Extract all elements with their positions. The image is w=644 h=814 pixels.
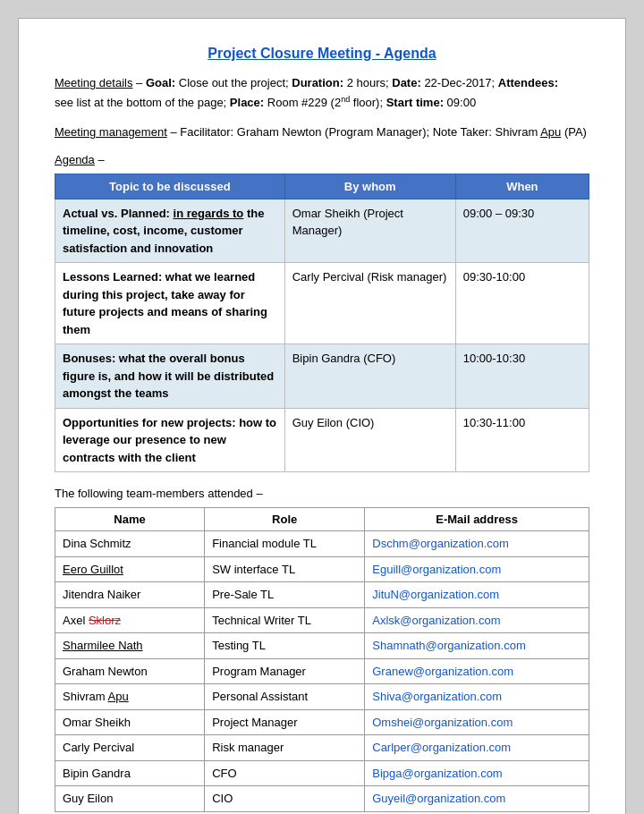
table-row: Guy Eilon CIO Guyeil@organization.com xyxy=(55,786,589,812)
att-name: Dina Schmitz xyxy=(55,531,205,557)
table-row: Omar Sheikh Project Manager Omshei@organ… xyxy=(55,709,589,735)
attendees-label: Attendees: xyxy=(498,76,558,89)
att-role: SW interface TL xyxy=(205,556,365,582)
att-email: Omshei@organization.com xyxy=(365,709,589,735)
att-email: Carlper@organization.com xyxy=(365,735,589,761)
duration-label: Duration: xyxy=(292,76,343,89)
att-role: Testing TL xyxy=(205,633,365,659)
table-row: Dina Schmitz Financial module TL Dschm@o… xyxy=(55,531,589,557)
att-name: Guy Eilon xyxy=(55,786,205,812)
table-row: Jitendra Naiker Pre-Sale TL JituN@organi… xyxy=(55,582,589,608)
table-row: Actual vs. Planned: in regards to the ti… xyxy=(55,199,589,263)
attendees-table: Name Role E-Mail address Dina Schmitz Fi… xyxy=(55,507,589,812)
start-value: 09:00 xyxy=(447,96,477,109)
table-row: Sharmilee Nath Testing TL Shamnath@organ… xyxy=(55,633,589,659)
table-row: Opportunities for new projects: how to l… xyxy=(55,408,589,472)
att-email: Shiva@organization.com xyxy=(365,684,589,710)
agenda-topic-2: Lessons Learned: what we learned during … xyxy=(55,263,285,344)
att-role: CIO xyxy=(205,786,365,812)
agenda-col-when: When xyxy=(455,174,589,199)
att-name: Carly Percival xyxy=(55,735,205,761)
agenda-col-bywhom: By whom xyxy=(284,174,455,199)
table-row: Lessons Learned: what we learned during … xyxy=(55,263,589,344)
agenda-topic-4: Opportunities for new projects: how to l… xyxy=(55,408,285,472)
att-email: Eguill@organization.com xyxy=(365,556,589,582)
att-role: Technical Writer TL xyxy=(205,607,365,633)
start-label: Start time: xyxy=(386,96,444,109)
att-role: CFO xyxy=(205,760,365,786)
page-title: Project Closure Meeting - Agenda xyxy=(55,46,589,62)
att-role: Project Manager xyxy=(205,709,365,735)
att-role: Risk manager xyxy=(205,735,365,761)
att-email: Axlsk@organization.com xyxy=(365,607,589,633)
meeting-management-value: – Facilitator: Graham Newton (Program Ma… xyxy=(170,125,587,139)
table-row: Axel Sklorz Technical Writer TL Axlsk@or… xyxy=(55,607,589,633)
att-role: Pre-Sale TL xyxy=(205,582,365,608)
att-col-email: E-Mail address xyxy=(365,508,589,531)
att-name: Bipin Gandra xyxy=(55,760,205,786)
attendees-intro: The following team-members attended – xyxy=(55,487,589,500)
agenda-topic-3: Bonuses: what the overall bonus figure i… xyxy=(55,344,285,409)
agenda-col-topic: Topic to be discussed xyxy=(55,174,285,199)
goal-label: Goal: xyxy=(146,76,175,89)
place-label: Place: xyxy=(230,96,264,109)
att-name: Graham Newton xyxy=(55,658,205,684)
agenda-when-3: 10:00-10:30 xyxy=(455,344,589,409)
att-role: Program Manager xyxy=(205,658,365,684)
agenda-table: Topic to be discussed By whom When Actua… xyxy=(55,174,589,473)
agenda-label: Agenda – xyxy=(55,153,589,166)
meeting-details-label: Meeting details xyxy=(55,76,132,89)
agenda-when-1: 09:00 – 09:30 xyxy=(455,199,589,263)
date-value: 22-Dec-2017; xyxy=(424,76,497,89)
att-name: Axel Sklorz xyxy=(55,607,205,633)
attendees-value: see list at the bottom of the page; xyxy=(55,96,230,109)
duration-value: 2 hours; xyxy=(347,76,393,89)
att-col-name: Name xyxy=(55,508,205,531)
agenda-bywhom-1: Omar Sheikh (Project Manager) xyxy=(284,199,455,263)
table-row: Carly Percival Risk manager Carlper@orga… xyxy=(55,735,589,761)
agenda-bywhom-3: Bipin Gandra (CFO) xyxy=(284,344,455,409)
att-name: Omar Sheikh xyxy=(55,709,205,735)
table-row: Shivram Apu Personal Assistant Shiva@org… xyxy=(55,684,589,710)
meeting-management: Meeting management – Facilitator: Graham… xyxy=(55,123,589,142)
att-role: Financial module TL xyxy=(205,531,365,557)
att-email: Shamnath@organization.com xyxy=(365,633,589,659)
agenda-dash: – xyxy=(97,153,104,166)
meeting-management-label: Meeting management xyxy=(55,125,167,139)
agenda-section-label: Agenda xyxy=(55,153,95,166)
dash-1: – xyxy=(136,76,146,89)
table-row: Bonuses: what the overall bonus figure i… xyxy=(55,344,589,409)
table-row: Graham Newton Program Manager Granew@org… xyxy=(55,658,589,684)
att-name: Eero Guillot xyxy=(55,556,205,582)
att-email: Granew@organization.com xyxy=(365,658,589,684)
att-email: JituN@organization.com xyxy=(365,582,589,608)
table-row: Eero Guillot SW interface TL Eguill@orga… xyxy=(55,556,589,582)
table-row: Bipin Gandra CFO Bipga@organization.com xyxy=(55,760,589,786)
goal-value: Close out the project; xyxy=(179,76,292,89)
page: Project Closure Meeting - Agenda Meeting… xyxy=(18,18,626,814)
att-email: Guyeil@organization.com xyxy=(365,786,589,812)
agenda-when-2: 09:30-10:00 xyxy=(455,263,589,344)
att-email: Dschm@organization.com xyxy=(365,531,589,557)
agenda-when-4: 10:30-11:00 xyxy=(455,408,589,472)
att-name: Sharmilee Nath xyxy=(55,633,205,659)
agenda-topic-1: Actual vs. Planned: in regards to the ti… xyxy=(55,199,285,263)
att-col-role: Role xyxy=(205,508,365,531)
att-role: Personal Assistant xyxy=(205,684,365,710)
agenda-bywhom-2: Carly Percival (Risk manager) xyxy=(284,263,455,344)
date-label: Date: xyxy=(392,76,421,89)
meeting-details: Meeting details – Goal: Close out the pr… xyxy=(55,74,589,113)
att-email: Bipga@organization.com xyxy=(365,760,589,786)
place-value: Room #229 (2nd floor); xyxy=(267,96,386,109)
att-name: Shivram Apu xyxy=(55,684,205,710)
agenda-bywhom-4: Guy Eilon (CIO) xyxy=(284,408,455,472)
att-name: Jitendra Naiker xyxy=(55,582,205,608)
